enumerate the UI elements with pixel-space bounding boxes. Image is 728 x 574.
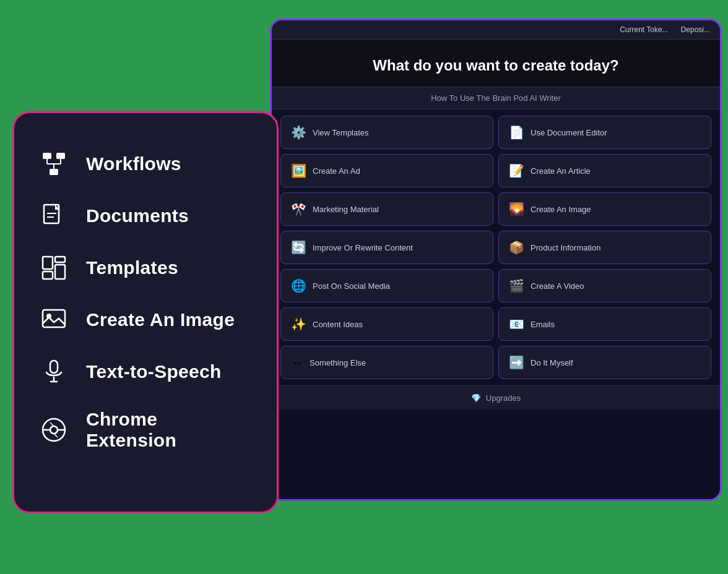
grid-btn-view-templates[interactable]: ⚙️View Templates xyxy=(280,116,493,149)
page-container: Workflows Documents xyxy=(0,0,728,574)
upgrades-bar[interactable]: 💎 Upgrades xyxy=(272,385,720,410)
grid-btn-something-else[interactable]: ↔️Something Else xyxy=(280,346,493,379)
svg-point-20 xyxy=(50,426,58,434)
current-token-label: Current Toke... xyxy=(620,25,668,34)
post-on-social-media-icon: 🌐 xyxy=(291,278,306,293)
improve-or-rewrite-content-icon: 🔄 xyxy=(291,240,306,255)
chrome-extension-icon xyxy=(39,415,69,445)
svg-rect-10 xyxy=(43,257,53,269)
upgrades-icon: 💎 xyxy=(471,393,481,403)
improve-or-rewrite-content-label: Improve Or Rewrite Content xyxy=(313,243,413,252)
marketing-material-icon: 🎌 xyxy=(291,202,306,216)
main-title: What do you want to create today? xyxy=(284,57,708,74)
grid-btn-create-a-video[interactable]: 🎬Create A Video xyxy=(498,269,711,302)
grid-btn-content-ideas[interactable]: ✨Content Ideas xyxy=(280,307,493,341)
grid-btn-use-document-editor[interactable]: 📄Use Document Editor xyxy=(498,116,711,149)
svg-line-23 xyxy=(50,422,54,426)
emails-icon: 📧 xyxy=(509,317,524,332)
button-grid: ⚙️View Templates📄Use Document Editor🖼️Cr… xyxy=(272,109,720,385)
chrome-extension-label: Chrome Extension xyxy=(86,409,252,451)
grid-btn-product-information[interactable]: 📦Product Information xyxy=(498,231,711,264)
create-an-article-icon: 📝 xyxy=(509,163,524,178)
product-information-icon: 📦 xyxy=(509,240,524,255)
svg-line-24 xyxy=(54,434,58,437)
svg-rect-1 xyxy=(56,153,65,159)
grid-btn-create-an-article[interactable]: 📝Create An Article xyxy=(498,154,711,187)
text-to-speech-icon xyxy=(39,357,69,387)
documents-icon xyxy=(39,201,69,231)
sidebar-item-create-an-image[interactable]: Create An Image xyxy=(33,294,258,346)
workflows-icon xyxy=(39,149,69,179)
create-an-ad-icon: 🖼️ xyxy=(291,163,306,178)
content-ideas-label: Content Ideas xyxy=(313,320,363,329)
svg-rect-12 xyxy=(55,265,65,279)
title-section: What do you want to create today? xyxy=(272,40,720,87)
templates-label: Templates xyxy=(86,257,178,278)
create-an-article-label: Create An Article xyxy=(531,166,591,176)
svg-rect-13 xyxy=(43,272,53,279)
marketing-material-label: Marketing Material xyxy=(313,205,379,214)
sidebar-item-chrome-extension[interactable]: Chrome Extension xyxy=(33,398,258,462)
svg-rect-0 xyxy=(43,153,51,159)
content-ideas-icon: ✨ xyxy=(291,317,306,332)
svg-rect-14 xyxy=(43,310,65,327)
emails-label: Emails xyxy=(531,320,555,329)
sidebar-item-templates[interactable]: Templates xyxy=(33,242,258,294)
sidebar-panel: Workflows Documents xyxy=(12,111,279,513)
view-templates-label: View Templates xyxy=(313,128,369,137)
workflows-label: Workflows xyxy=(86,153,181,174)
main-panel: Current Toke... Deposi... What do you wa… xyxy=(270,19,722,501)
create-an-image-icon xyxy=(39,305,69,335)
sidebar-item-workflows[interactable]: Workflows xyxy=(33,138,258,190)
grid-btn-create-an-ad[interactable]: 🖼️Create An Ad xyxy=(280,154,493,187)
sidebar-item-documents[interactable]: Documents xyxy=(33,190,258,242)
svg-rect-11 xyxy=(55,257,65,262)
upgrades-label: Upgrades xyxy=(486,393,521,403)
grid-btn-improve-or-rewrite-content[interactable]: 🔄Improve Or Rewrite Content xyxy=(280,231,493,264)
grid-btn-create-an-image[interactable]: 🌄Create An Image xyxy=(498,192,711,226)
how-to-label: How To Use The Brain Pod AI Writer xyxy=(431,93,561,103)
something-else-icon: ↔️ xyxy=(291,356,303,370)
grid-btn-emails[interactable]: 📧Emails xyxy=(498,307,711,341)
something-else-label: Something Else xyxy=(310,358,366,367)
do-it-myself-icon: ➡️ xyxy=(509,355,524,370)
grid-btn-post-on-social-media[interactable]: 🌐Post On Social Media xyxy=(280,269,493,302)
documents-label: Documents xyxy=(86,205,189,226)
view-templates-icon: ⚙️ xyxy=(291,125,306,140)
sidebar-item-text-to-speech[interactable]: Text-to-Speech xyxy=(33,346,258,398)
create-a-video-icon: 🎬 xyxy=(509,278,524,293)
create-a-video-label: Create A Video xyxy=(531,281,584,291)
grid-btn-do-it-myself[interactable]: ➡️Do It Myself xyxy=(498,346,711,379)
templates-icon xyxy=(39,253,69,283)
use-document-editor-icon: 📄 xyxy=(509,125,524,140)
product-information-label: Product Information xyxy=(531,243,600,252)
how-to-bar[interactable]: How To Use The Brain Pod AI Writer xyxy=(272,87,720,109)
deposit-label: Deposi... xyxy=(681,25,710,34)
use-document-editor-label: Use Document Editor xyxy=(531,128,607,137)
svg-rect-16 xyxy=(50,361,58,373)
create-an-ad-label: Create An Ad xyxy=(313,166,360,176)
create-an-image-label: Create An Image xyxy=(86,309,235,330)
post-on-social-media-label: Post On Social Media xyxy=(313,281,390,291)
svg-rect-2 xyxy=(50,169,58,175)
text-to-speech-label: Text-to-Speech xyxy=(86,361,222,382)
create-an-image-icon: 🌄 xyxy=(509,202,524,216)
header-bar: Current Toke... Deposi... xyxy=(272,20,720,40)
grid-btn-marketing-material[interactable]: 🎌Marketing Material xyxy=(280,192,493,226)
do-it-myself-label: Do It Myself xyxy=(531,358,573,367)
create-an-image-label: Create An Image xyxy=(531,205,591,214)
